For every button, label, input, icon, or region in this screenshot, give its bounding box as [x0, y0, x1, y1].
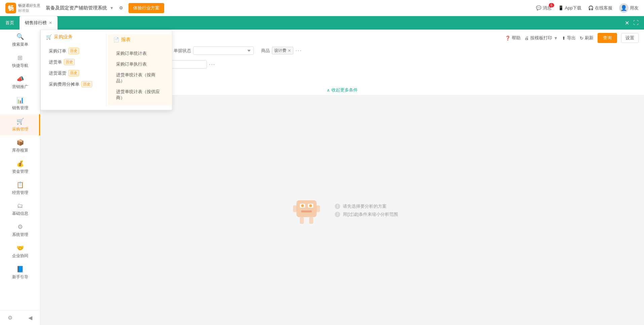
title-dropdown-arrow[interactable]: ▼: [110, 6, 114, 10]
empty-text: 1 请先选择要分析的方案 2 用[过滤]条件来缩小分析范围: [335, 203, 398, 217]
sales-icon: 📊: [16, 96, 24, 104]
print-btn[interactable]: 🖨 按模板打印 ▼: [525, 35, 558, 41]
menu-purchase-order[interactable]: 采购订单 历史: [46, 45, 100, 56]
header-message[interactable]: 💬 消息 6: [536, 5, 551, 11]
system-icon: ⚙: [17, 223, 23, 231]
settings-icon-btn[interactable]: ⚙: [116, 3, 126, 13]
corp-icon: 🤝: [16, 244, 24, 252]
purchase-business-section: 🛒 采购业务 采购订单 历史 进货单 历史 进货退货 历史 采购费用分摊单 历史: [41, 34, 105, 106]
tab-home[interactable]: 首页: [0, 16, 20, 30]
print-dropdown-icon[interactable]: ▼: [553, 36, 558, 41]
salesperson-more-btn[interactable]: ···: [209, 62, 215, 68]
sidebar-item-corp[interactable]: 🤝 企业协同: [0, 241, 40, 262]
sidebar-bottom: ⚙ ◀: [0, 310, 40, 325]
empty-hint-2: 2 用[过滤]条件来缩小分析范围: [335, 211, 398, 217]
sidebar-item-newbie[interactable]: 📘 新手引导: [0, 262, 40, 283]
logo-icon: 畅: [5, 3, 16, 13]
report-icon: 📄: [113, 37, 119, 42]
base-icon: 🗂: [17, 202, 23, 209]
logo-area: 畅 畅捷通好生意 标准版: [5, 3, 46, 13]
collapse-icon: ∧: [327, 88, 330, 93]
logo-text: 畅捷通好生意 标准版: [18, 3, 40, 13]
query-btn[interactable]: 查询: [598, 33, 617, 43]
menu-goods-receipt[interactable]: 进货单 历史: [46, 56, 100, 68]
empty-state: 1 请先选择要分析的方案 2 用[过滤]条件来缩小分析范围: [40, 95, 644, 325]
sidebar-collapse-icon[interactable]: ◀: [28, 315, 32, 321]
system-title-area: 装备及固定资产辅助管理系统 ▼ ⚙ 体验行业方案: [46, 3, 536, 13]
tab-close-window[interactable]: ✕: [625, 20, 629, 26]
svg-rect-3: [301, 210, 312, 212]
message-badge: 6: [549, 3, 554, 7]
tab-maximize[interactable]: ⛶: [633, 20, 639, 26]
search-icon: 🔍: [16, 33, 24, 40]
header-app[interactable]: 📱 App下载: [558, 5, 581, 11]
purchase-report-title: 📄 报表: [113, 37, 167, 45]
operations-icon: 📋: [16, 181, 24, 189]
history-tag-2: 历史: [68, 70, 79, 76]
svg-rect-6: [300, 217, 304, 224]
tab-sales-ranking[interactable]: 销售排行榜 ✕: [20, 16, 58, 30]
voucher-status-select[interactable]: [193, 46, 254, 55]
purchase-icon: 🛒: [16, 118, 24, 125]
menu-report-order-stats[interactable]: 采购订单统计表: [113, 48, 167, 59]
menu-report-receipt-by-supplier[interactable]: 进货单统计表（按供应商）: [113, 86, 167, 103]
purchase-business-icon: 🛒: [46, 34, 52, 40]
empty-dot-2: 2: [335, 212, 340, 217]
svg-point-9: [309, 204, 312, 207]
history-tag-3: 历史: [81, 81, 92, 87]
menu-purchase-expense[interactable]: 采购费用分摊单 历史: [46, 79, 100, 90]
sidebar-item-base[interactable]: 🗂 基础信息: [0, 199, 40, 220]
empty-dot-1: 1: [335, 204, 340, 209]
goods-tag: 设计费 ✕: [272, 47, 293, 54]
goods-tag-close[interactable]: ✕: [288, 48, 291, 53]
help-icon: ❓: [505, 36, 510, 41]
purchase-business-title: 🛒 采购业务: [46, 34, 100, 42]
voucher-status-filter: 单据状态: [174, 46, 256, 55]
svg-rect-7: [309, 217, 313, 224]
svg-point-8: [301, 204, 304, 207]
quicknav-icon: ⊞: [17, 54, 23, 62]
tab-close-icon[interactable]: ✕: [49, 21, 52, 25]
refresh-icon: ↻: [580, 36, 583, 41]
sidebar-item-sales[interactable]: 📊 销售管理: [0, 93, 40, 114]
top-header: 畅 畅捷通好生意 标准版 装备及固定资产辅助管理系统 ▼ ⚙ 体验行业方案 💬 …: [0, 0, 644, 16]
svg-rect-4: [293, 205, 297, 212]
goods-more-btn[interactable]: ···: [295, 48, 302, 54]
history-tag-0: 历史: [68, 48, 79, 54]
sidebar-item-system[interactable]: ⚙ 系统管理: [0, 220, 40, 241]
industry-btn[interactable]: 体验行业方案: [129, 3, 164, 13]
menu-report-order-exec[interactable]: 采购订单执行表: [113, 59, 167, 70]
sidebar-item-purchase[interactable]: 🛒 采购管理: [0, 114, 40, 135]
export-icon: ⬆: [562, 36, 566, 41]
help-btn[interactable]: ❓ 帮助: [505, 35, 521, 41]
app-icon: 📱: [558, 5, 564, 10]
sidebar-item-finance[interactable]: 💰 资金管理: [0, 157, 40, 178]
sidebar-item-operations[interactable]: 📋 经营管理: [0, 178, 40, 199]
warehouse-icon: 📦: [16, 139, 24, 146]
active-bar: [39, 114, 40, 135]
service-icon: 🎧: [588, 5, 594, 10]
print-icon: 🖨: [525, 36, 529, 41]
avatar: 👤: [619, 3, 629, 13]
header-user[interactable]: 👤 用友: [619, 3, 639, 13]
sidebar-item-quicknav[interactable]: ⊞ 快捷导航: [0, 51, 40, 72]
sidebar-item-marketing[interactable]: 📣 营销推广: [0, 72, 40, 93]
svg-rect-0: [296, 200, 317, 217]
refresh-btn[interactable]: ↻ 刷新: [580, 35, 594, 41]
export-btn[interactable]: ⬆ 导出: [562, 35, 576, 41]
menu-report-receipt-by-goods[interactable]: 进货单统计表（按商品）: [113, 70, 167, 86]
header-right: 💬 消息 6 📱 App下载 🎧 在线客服 👤 用友: [536, 3, 639, 13]
settings-btn[interactable]: 设置: [621, 33, 639, 43]
menu-goods-return[interactable]: 进货退货 历史: [46, 68, 100, 79]
finance-icon: 💰: [16, 160, 24, 167]
header-service[interactable]: 🎧 在线客服: [588, 5, 612, 11]
newbie-icon: 📘: [16, 266, 24, 273]
sidebar-item-warehouse[interactable]: 📦 库存核算: [0, 135, 40, 157]
tab-bar: 首页 销售排行榜 ✕ ✕ ⛶: [0, 16, 644, 30]
purchase-dropdown-menu: 🛒 采购业务 采购订单 历史 进货单 历史 进货退货 历史 采购费用分摊单 历史…: [40, 30, 172, 110]
message-icon: 💬: [536, 5, 541, 10]
system-title: 装备及固定资产辅助管理系统: [46, 5, 107, 11]
history-tag-1: 历史: [64, 59, 75, 65]
sidebar-settings-icon[interactable]: ⚙: [8, 315, 12, 321]
sidebar-item-search[interactable]: 🔍 搜索菜单: [0, 30, 40, 51]
